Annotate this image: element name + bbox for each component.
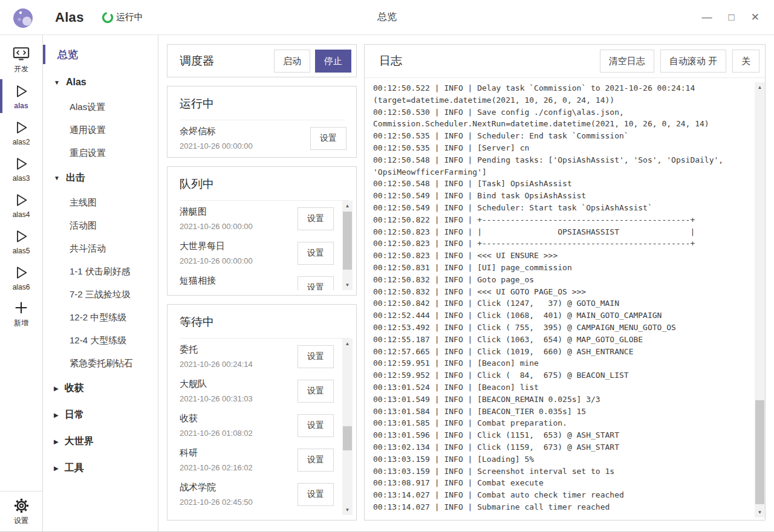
task-settings-button[interactable]: 设置 bbox=[298, 207, 334, 230]
log-line: 00:12:50.822 | INFO | +-----------------… bbox=[373, 214, 753, 226]
scroll-down-icon[interactable]: ▼ bbox=[342, 280, 353, 290]
log-line: 00:13:01.585 | INFO | Combat preparation… bbox=[373, 417, 753, 429]
pending-panel: 队列中 潜艇图2021-10-26 00:00:00设置大世界每日2021-10… bbox=[167, 166, 357, 296]
window-controls: — □ ✕ bbox=[701, 12, 759, 22]
running-panel: 运行中 余烬信标2021-10-26 00:00:00设置 bbox=[167, 86, 357, 158]
log-line: 00:12:57.665 | INFO | Click (1019, 660) … bbox=[373, 346, 753, 358]
menu-item-overview[interactable]: 总览 bbox=[43, 45, 158, 64]
task-time: 2021-10-26 00:24:14 bbox=[180, 360, 253, 369]
rail-item-settings[interactable]: 设置 bbox=[0, 494, 42, 529]
rail-item-label: alas bbox=[14, 102, 28, 110]
task-settings-button[interactable]: 设置 bbox=[298, 380, 334, 403]
menu-section-工具[interactable]: ▶工具 bbox=[43, 455, 158, 481]
log-line: 00:13:01.584 | INFO | [BEACON_TIER 0.035… bbox=[373, 406, 753, 418]
rail-item-新增[interactable]: 新增 bbox=[0, 296, 42, 331]
task-name: 余烬信标 bbox=[180, 126, 253, 137]
rail-item-alas2[interactable]: alas2 bbox=[0, 115, 42, 150]
scroll-up-icon[interactable]: ▲ bbox=[755, 82, 765, 92]
scrollbar-thumb[interactable] bbox=[343, 426, 352, 450]
menu-section-收获[interactable]: ▶收获 bbox=[43, 375, 158, 401]
scrollbar-thumb[interactable] bbox=[343, 212, 352, 270]
task-settings-button[interactable]: 设置 bbox=[310, 127, 346, 150]
task-row: 收获2021-10-26 01:08:02设置 bbox=[180, 407, 336, 442]
menu-item-主线图[interactable]: 主线图 bbox=[43, 191, 158, 214]
menu-item-活动图[interactable]: 活动图 bbox=[43, 214, 158, 237]
app-title: Alas bbox=[55, 10, 84, 25]
task-time: 2021-10-26 00:00:00 bbox=[180, 222, 253, 231]
task-name: 收获 bbox=[180, 413, 253, 424]
scheduler-panel: 调度器 启动 停止 bbox=[167, 44, 357, 77]
log-line: 00:12:53.492 | INFO | Click ( 755, 395) … bbox=[373, 322, 753, 334]
menu-item-共斗活动[interactable]: 共斗活动 bbox=[43, 237, 158, 260]
menu-section-label: 出击 bbox=[66, 172, 85, 184]
menu-section-日常[interactable]: ▶日常 bbox=[43, 401, 158, 428]
task-settings-button[interactable]: 设置 bbox=[298, 242, 334, 265]
log-lines: 00:12:50.522 | INFO | Delay task `Commis… bbox=[373, 82, 753, 517]
rail-item-alas3[interactable]: alas3 bbox=[0, 151, 42, 186]
log-scrollbar[interactable]: ▲ ▼ bbox=[755, 82, 765, 517]
scroll-up-icon[interactable]: ▲ bbox=[342, 201, 353, 211]
pending-title: 队列中 bbox=[180, 173, 353, 200]
scroll-down-icon[interactable]: ▼ bbox=[755, 507, 765, 517]
task-row: 潜艇图2021-10-26 00:00:00设置 bbox=[180, 201, 336, 235]
log-line: 00:13:14.027 | INFO | Combat auto check … bbox=[373, 489, 753, 501]
log-line: 00:12:50.831 | INFO | [UI] page_commissi… bbox=[373, 262, 753, 274]
task-settings-button[interactable]: 设置 bbox=[298, 483, 334, 506]
menu-item-7-2 三战捡垃圾[interactable]: 7-2 三战捡垃圾 bbox=[43, 283, 158, 306]
task-row: 后宅2021-10-26 04:19:27设置 bbox=[180, 511, 336, 515]
menu-item-Alas设置[interactable]: Alas设置 bbox=[43, 96, 158, 118]
menu-section-Alas[interactable]: ▼Alas bbox=[43, 69, 158, 96]
menu-sections: ▼AlasAlas设置通用设置重启设置▼出击主线图活动图共斗活动1-1 伏击刷好… bbox=[43, 69, 158, 481]
play-icon bbox=[13, 192, 29, 209]
rail-item-alas4[interactable]: alas4 bbox=[0, 187, 42, 222]
menu-item-1-1 伏击刷好感[interactable]: 1-1 伏击刷好感 bbox=[43, 260, 158, 283]
menu-item-通用设置[interactable]: 通用设置 bbox=[43, 118, 158, 141]
task-settings-button[interactable]: 设置 bbox=[298, 414, 334, 437]
spinner-icon bbox=[101, 11, 114, 24]
log-line: 00:12:50.548 | INFO | [Task] OpsiAshAssi… bbox=[373, 178, 753, 190]
waiting-scrollbar[interactable]: ▲ ▼ bbox=[342, 339, 353, 515]
minimize-icon[interactable]: — bbox=[701, 12, 712, 22]
autoscroll-off-button[interactable]: 关 bbox=[732, 50, 759, 73]
menu-item-重启设置[interactable]: 重启设置 bbox=[43, 141, 158, 164]
triangle-down-icon: ▼ bbox=[54, 175, 60, 181]
task-time: 2021-10-26 00:31:03 bbox=[180, 394, 253, 403]
main-area: 开发alasalas2alas3alas4alas5alas6新增 设置 总览 … bbox=[0, 35, 774, 531]
log-line: 'OpsiMeowfficerFarming'] bbox=[373, 166, 753, 178]
plus-icon bbox=[13, 299, 29, 316]
task-name: 大世界每日 bbox=[180, 241, 253, 252]
scheduler-title: 调度器 bbox=[180, 53, 269, 69]
log-line: 00:12:50.832 | INFO | <<< UI GOTO PAGE_O… bbox=[373, 286, 753, 298]
scroll-up-icon[interactable]: ▲ bbox=[342, 339, 353, 349]
task-settings-button[interactable]: 设置 bbox=[298, 345, 334, 368]
maximize-icon[interactable]: □ bbox=[728, 12, 734, 22]
menu-item-紧急委托刷钻石[interactable]: 紧急委托刷钻石 bbox=[43, 352, 158, 375]
menu-section-大世界[interactable]: ▶大世界 bbox=[43, 428, 158, 455]
autoscroll-on-button[interactable]: 自动滚动 开 bbox=[660, 50, 726, 73]
close-icon[interactable]: ✕ bbox=[751, 12, 759, 22]
stop-button[interactable]: 停止 bbox=[315, 50, 351, 73]
pending-scrollbar[interactable]: ▲ ▼ bbox=[342, 201, 353, 290]
scrollbar-thumb[interactable] bbox=[755, 400, 764, 505]
rail-item-alas6[interactable]: alas6 bbox=[0, 260, 42, 295]
page-title: 总览 bbox=[377, 11, 397, 24]
start-button[interactable]: 启动 bbox=[274, 50, 310, 73]
rail-spacer bbox=[0, 332, 42, 491]
log-line: 00:12:50.530 | INFO | Save config ./conf… bbox=[373, 106, 753, 118]
scroll-down-icon[interactable]: ▼ bbox=[342, 505, 353, 515]
task-settings-button[interactable]: 设置 bbox=[298, 276, 334, 291]
log-title: 日志 bbox=[379, 53, 594, 69]
task-row: 科研2021-10-26 02:16:02设置 bbox=[180, 442, 336, 476]
menu-item-12-4 大型练级[interactable]: 12-4 大型练级 bbox=[43, 329, 158, 352]
log-line: 00:12:50.548 | INFO | Pending tasks: ['O… bbox=[373, 154, 753, 166]
triangle-right-icon: ▶ bbox=[54, 385, 59, 392]
task-name: 战术学院 bbox=[180, 482, 253, 493]
menu-section-出击[interactable]: ▼出击 bbox=[43, 164, 158, 191]
clear-log-button[interactable]: 清空日志 bbox=[600, 50, 654, 73]
task-settings-button[interactable]: 设置 bbox=[298, 449, 334, 472]
task-row: 战术学院2021-10-26 02:45:50设置 bbox=[180, 476, 336, 511]
rail-item-alas[interactable]: alas bbox=[0, 79, 42, 114]
rail-item-alas5[interactable]: alas5 bbox=[0, 224, 42, 259]
menu-item-12-2 中型练级[interactable]: 12-2 中型练级 bbox=[43, 306, 158, 329]
rail-item-开发[interactable]: 开发 bbox=[0, 42, 42, 77]
